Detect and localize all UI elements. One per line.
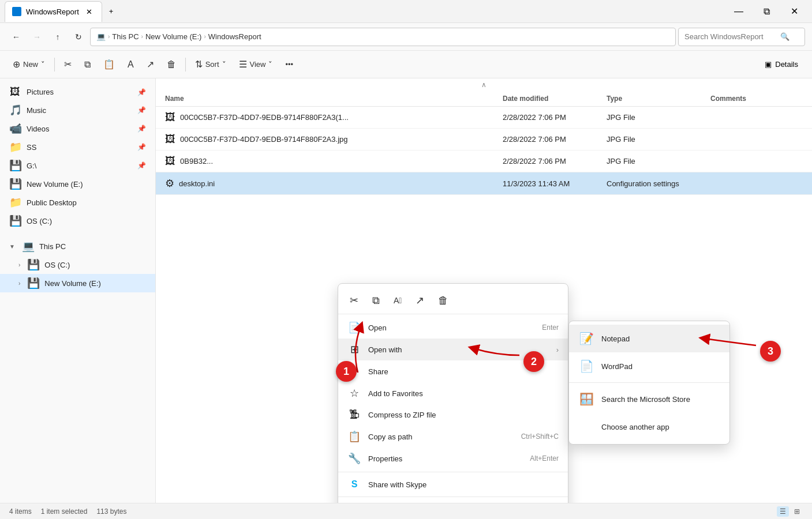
file-row-1[interactable]: 🖼 00C0C5B7-F37D-4DD7-9EDB-9714F880F2A3.j… — [156, 129, 812, 151]
pictures-icon: 🖼 — [9, 86, 21, 98]
breadcrumb-computer-icon: 💻 — [96, 32, 106, 41]
cm-item-copy-path[interactable]: 📋 Copy as path Ctrl+Shift+C — [338, 426, 568, 447]
cm-open-icon: 📄 — [347, 321, 361, 334]
forward-button[interactable]: → — [28, 28, 46, 46]
sidebar-item-os-c[interactable]: 💾 OS (C:) — [0, 212, 155, 230]
sidebar-label-g-drive: G:\ — [27, 161, 36, 170]
header-type[interactable]: Type — [607, 95, 710, 103]
refresh-button[interactable]: ↻ — [69, 28, 88, 46]
sidebar-this-pc-new-volume[interactable]: › 💾 New Volume (E:) — [0, 274, 155, 292]
cm-item-more-options[interactable]: ⊞ Show more options — [338, 499, 568, 503]
public-desktop-icon: 📁 — [9, 196, 21, 209]
owm-item-store[interactable]: 🪟 Search the Microsoft Store — [569, 385, 729, 413]
sidebar-item-music[interactable]: 🎵 Music 📌 — [0, 101, 155, 119]
breadcrumb-new-volume[interactable]: New Volume (E:) — [145, 32, 202, 41]
tab-close-button[interactable]: ✕ — [84, 6, 95, 17]
cut-button[interactable]: ✂ — [58, 54, 77, 75]
grid-view-button[interactable]: ⊞ — [791, 506, 803, 517]
sidebar-item-g-drive[interactable]: 💾 G:\ 📌 — [0, 156, 155, 175]
pin-icon-music: 📌 — [137, 106, 146, 114]
cm-item-properties[interactable]: 🔧 Properties Alt+Enter — [338, 447, 568, 469]
owm-item-notepad[interactable]: 📝 Notepad — [569, 325, 729, 352]
delete-button[interactable]: 🗑 — [161, 54, 182, 75]
view-button[interactable]: ☰ View ˅ — [233, 54, 279, 75]
new-tab-button[interactable]: + — [104, 5, 118, 18]
new-button[interactable]: ⊕ New ˅ — [7, 54, 51, 75]
maximize-button[interactable]: ⧉ — [753, 2, 780, 21]
search-box[interactable]: 🔍 — [678, 28, 805, 46]
sidebar-label-new-vol-child: New Volume (E:) — [44, 279, 101, 288]
sidebar-this-pc[interactable]: ▼ 💻 This PC — [0, 237, 155, 255]
cm-copy-path-label: Copy as path — [368, 432, 514, 441]
breadcrumb[interactable]: 💻 › This PC › New Volume (E:) › WindowsR… — [90, 28, 676, 46]
copy-button[interactable]: ⧉ — [78, 54, 96, 75]
cm-skype-icon: S — [347, 479, 361, 490]
more-icon: ••• — [285, 60, 293, 69]
open-with-menu: 📝 Notepad 📄 WordPad 🪟 Search the Microso… — [568, 321, 730, 445]
close-button[interactable]: ✕ — [781, 2, 807, 21]
owm-item-choose-app[interactable]: Choose another app — [569, 413, 729, 441]
back-button[interactable]: ← — [7, 28, 25, 46]
cm-properties-label: Properties — [368, 454, 523, 463]
annotation-1: 1 — [336, 361, 357, 382]
breadcrumb-windows-report[interactable]: WindowsReport — [208, 32, 261, 41]
sort-dropdown-icon: ˅ — [222, 60, 226, 69]
rename-button[interactable]: A — [122, 54, 140, 75]
file-icon-2: 🖼 — [165, 155, 175, 167]
new-label: New — [23, 60, 38, 69]
this-pc-icon: 💻 — [22, 240, 33, 253]
owm-store-label: Search the Microsoft Store — [601, 395, 690, 404]
breadcrumb-sep2: › — [141, 33, 143, 40]
up-button[interactable]: ↑ — [48, 28, 67, 46]
cm-item-skype[interactable]: S Share with Skype — [338, 475, 568, 494]
header-date[interactable]: Date modified — [503, 95, 607, 103]
sidebar-item-pictures[interactable]: 🖼 Pictures 📌 — [0, 83, 155, 101]
details-button[interactable]: ▣ Details — [758, 57, 805, 72]
sidebar-item-public-desktop[interactable]: 📁 Public Desktop — [0, 193, 155, 212]
sidebar-item-new-volume[interactable]: 💾 New Volume (E:) — [0, 175, 155, 193]
toolbar-separator-1 — [54, 58, 55, 72]
sort-button[interactable]: ⇅ Sort ˅ — [189, 54, 232, 75]
cm-rename-icon[interactable]: A⃣ — [391, 294, 404, 307]
cm-open-shortcut: Enter — [542, 324, 559, 332]
file-row-2[interactable]: 🖼 0B9B32... 2/28/2022 7:06 PM JPG File — [156, 151, 812, 172]
file-row-3[interactable]: ⚙ desktop.ini 11/3/2023 11:43 AM Configu… — [156, 172, 812, 195]
wordpad-icon: 📄 — [578, 358, 594, 374]
cm-share-icon[interactable]: ↗ — [413, 292, 426, 309]
sidebar-label-public-desktop: Public Desktop — [27, 198, 77, 207]
cm-copy-icon[interactable]: ⧉ — [370, 292, 382, 309]
sidebar-item-ss[interactable]: 📁 SS 📌 — [0, 138, 155, 156]
tab-icon — [12, 7, 21, 16]
more-button[interactable]: ••• — [279, 54, 299, 75]
breadcrumb-this-pc[interactable]: This PC — [112, 32, 139, 41]
file-icon-1: 🖼 — [165, 133, 175, 145]
cm-delete-icon[interactable]: 🗑 — [436, 292, 451, 309]
search-input[interactable] — [684, 32, 777, 41]
music-icon: 🎵 — [9, 104, 21, 116]
cm-item-favorites[interactable]: ☆ Add to Favorites — [338, 382, 568, 404]
header-name[interactable]: Name — [165, 95, 503, 103]
sidebar: 🖼 Pictures 📌 🎵 Music 📌 📹 Videos 📌 📁 SS 📌… — [0, 78, 156, 503]
context-menu-toolbar: ✂ ⧉ A⃣ ↗ 🗑 — [338, 287, 568, 314]
browser-tab[interactable]: WindowsReport ✕ — [5, 1, 102, 22]
share-button[interactable]: ↗ — [141, 54, 160, 75]
sidebar-item-videos[interactable]: 📹 Videos 📌 — [0, 119, 155, 138]
cm-item-open[interactable]: 📄 Open Enter — [338, 317, 568, 339]
file-type-2: JPG File — [607, 157, 710, 166]
g-drive-icon: 💾 — [9, 159, 21, 172]
breadcrumb-sep3: › — [204, 33, 205, 40]
file-row-0[interactable]: 🖼 00C0C5B7-F37D-4DD7-9EDB-9714F880F2A3(1… — [156, 107, 812, 129]
cm-favorites-label: Add to Favorites — [368, 389, 559, 398]
list-view-button[interactable]: ☰ — [777, 506, 789, 517]
details-icon: ▣ — [765, 60, 772, 69]
cm-open-label: Open — [368, 324, 535, 332]
sidebar-label-pictures: Pictures — [27, 88, 54, 96]
header-comments[interactable]: Comments — [710, 95, 803, 103]
store-icon: 🪟 — [578, 391, 594, 407]
cm-item-compress[interactable]: 🗜 Compress to ZIP file — [338, 404, 568, 426]
owm-item-wordpad[interactable]: 📄 WordPad — [569, 352, 729, 380]
paste-button[interactable]: 📋 — [98, 54, 121, 75]
cm-cut-icon[interactable]: ✂ — [347, 292, 361, 309]
sidebar-this-pc-os-c[interactable]: › 💾 OS (C:) — [0, 255, 155, 274]
minimize-button[interactable]: — — [725, 2, 752, 21]
